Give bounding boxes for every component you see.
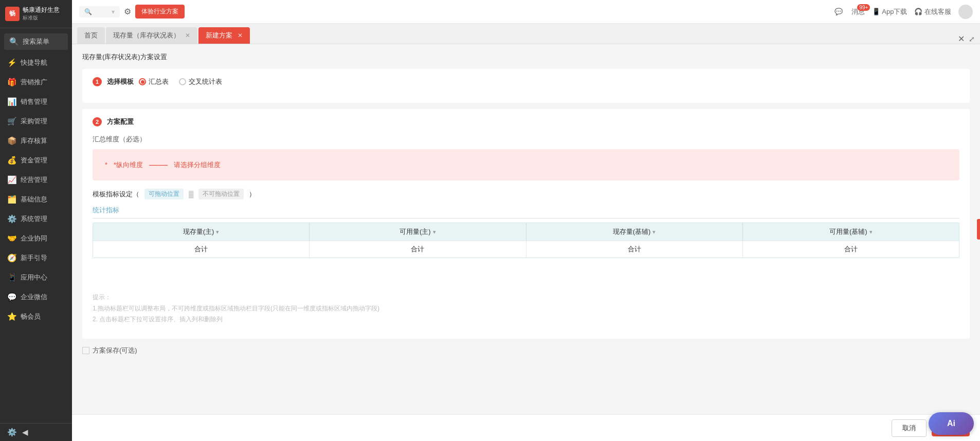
radio-cross-circle <box>179 78 186 85</box>
sidebar-item-label: 企业协同 <box>21 234 47 243</box>
sidebar-item-newuser[interactable]: 🧭 新手引导 <box>0 248 72 268</box>
sidebar-item-shortcut[interactable]: ⚡ 快捷导航 <box>0 53 72 72</box>
required-dimension-label: 汇总维度（必选） <box>93 135 959 144</box>
sidebar-item-company[interactable]: 🤝 企业协同 <box>0 229 72 248</box>
tab-close-btn[interactable]: ✕ <box>958 34 965 44</box>
statistics-label: 统计指标 <box>93 206 959 218</box>
cancel-button[interactable]: 取消 <box>892 419 927 437</box>
ai-bubble[interactable]: Ai <box>929 412 974 435</box>
avatar[interactable] <box>958 5 973 19</box>
td-col2: 合计 <box>310 241 526 258</box>
wechat-icon: 💬 <box>7 292 16 302</box>
tip-item-1: 1.拖动标题栏可以调整布局，不可跨维度或指标区域拖动栏目字段(只能在同一维度或指… <box>93 303 959 315</box>
sidebar-item-search[interactable]: 🔍 搜索菜单 <box>4 33 68 50</box>
chevron-col3[interactable]: ▾ <box>652 229 656 235</box>
chevron-down-icon: ▾ <box>112 8 115 15</box>
save-checkbox[interactable] <box>82 347 89 354</box>
sales-icon: 📊 <box>7 97 16 106</box>
step1-section: 1 选择模板 汇总表 交叉统计表 <box>82 69 970 103</box>
step2-header: 2 方案配置 <box>93 117 959 126</box>
online-service-btn[interactable]: 🎧 在线客服 <box>914 7 951 16</box>
radio-cross[interactable]: 交叉统计表 <box>179 77 222 86</box>
ai-label: Ai <box>947 419 955 428</box>
sidebar-item-label: 销售管理 <box>21 97 47 106</box>
finance-icon: 💰 <box>7 156 16 165</box>
td-col1: 合计 <box>93 241 310 258</box>
radio-summary-label: 汇总表 <box>149 77 169 86</box>
save-option-row[interactable]: 方案保存(可选) <box>82 346 970 355</box>
step1-header: 1 选择模板 汇总表 交叉统计表 <box>93 77 959 86</box>
settings-icon[interactable]: ⚙️ <box>7 428 17 437</box>
sidebar-item-inventory[interactable]: 📦 库存核算 <box>0 131 72 151</box>
sidebar-item-marketing[interactable]: 🎁 营销推广 <box>0 72 72 92</box>
sidebar-item-finance[interactable]: 💰 资金管理 <box>0 151 72 170</box>
sidebar-nav: 🔍 搜索菜单 ⚡ 快捷导航 🎁 营销推广 📊 销售管理 🛒 采购管理 📦 库存核… <box>0 28 72 423</box>
industry-btn[interactable]: 体验行业方案 <box>135 5 185 19</box>
appcenter-icon: 📱 <box>7 273 16 282</box>
save-option-label: 方案保存(可选) <box>93 346 137 355</box>
tab-new-plan-close[interactable]: ✕ <box>238 32 243 39</box>
radio-cross-label: 交叉统计表 <box>189 77 222 86</box>
collapse-icon[interactable]: ◀ <box>22 428 28 437</box>
chevron-col2[interactable]: ▾ <box>433 229 436 235</box>
tab-expand-btn[interactable]: ⤢ <box>969 35 975 43</box>
sidebar-item-appcenter[interactable]: 📱 应用中心 <box>0 268 72 287</box>
tab-home[interactable]: 首页 <box>77 27 105 44</box>
chevron-col4[interactable]: ▾ <box>869 229 873 235</box>
headset-icon: 🎧 <box>914 8 922 15</box>
topbar-search[interactable]: 🔍 ▾ <box>79 6 120 17</box>
th-col3[interactable]: 现存量(基辅) ▾ <box>527 223 743 241</box>
table-row: 合计 合计 合计 合计 <box>93 241 959 258</box>
indicator-setting-prefix: 模板指标设定（ <box>93 190 139 199</box>
step2-badge: 2 <box>93 117 102 126</box>
sidebar-item-label: 资金管理 <box>21 156 47 165</box>
topbar-right: 💬 99+ 消息 📱 App下载 🎧 在线客服 <box>834 5 973 19</box>
content-area: 现存量(库存状况表)方案设置 1 选择模板 汇总表 交叉统计表 <box>72 44 980 414</box>
th-col2[interactable]: 可用量(主) ▾ <box>310 223 526 241</box>
logo-icon: 畅 <box>5 7 20 21</box>
gear-icon[interactable]: ⚙ <box>124 7 131 16</box>
messages-count: 99+ <box>857 4 870 11</box>
right-edge-indicator <box>977 219 980 240</box>
dimension-required-star: * <box>105 161 107 169</box>
sidebar-item-label: 应用中心 <box>21 273 47 282</box>
inventory-icon: 📦 <box>7 136 16 145</box>
sidebar-item-sales[interactable]: 📊 销售管理 <box>0 92 72 112</box>
dimension-label: *纵向维度 <box>114 160 143 170</box>
sidebar-item-purchase[interactable]: 🛒 采购管理 <box>0 112 72 131</box>
purchase-icon: 🛒 <box>7 117 16 126</box>
member-icon: ⭐ <box>7 312 16 321</box>
th-col1[interactable]: 现存量(主) ▾ <box>93 223 310 241</box>
dimension-row[interactable]: * *纵向维度 —— 请选择分组维度 <box>93 149 959 180</box>
search-icon: 🔍 <box>9 37 19 46</box>
sidebar-item-member[interactable]: ⭐ 畅会员 <box>0 307 72 326</box>
sidebar: 畅 畅康通好生意 标准版 🔍 搜索菜单 ⚡ 快捷导航 🎁 营销推广 📊 销售管理… <box>0 0 72 441</box>
newuser-icon: 🧭 <box>7 253 16 263</box>
app-version: 标准版 <box>23 14 60 22</box>
draggable-tag: 可拖动位置 <box>144 189 184 199</box>
table-header: 现存量(主) ▾ 可用量(主) ▾ 现存量(基辅) ▾ 可用量(基辅) ▾ <box>93 223 959 241</box>
td-col3: 合计 <box>527 241 743 258</box>
sidebar-item-system[interactable]: ⚙️ 系统管理 <box>0 209 72 229</box>
topbar: 🔍 ▾ ⚙ 体验行业方案 💬 99+ 消息 📱 App下载 🎧 在线客服 <box>72 0 980 24</box>
sidebar-item-label: 库存核算 <box>21 136 47 145</box>
system-icon: ⚙️ <box>7 214 16 224</box>
shortcut-icon: ⚡ <box>7 58 16 67</box>
sidebar-item-operations[interactable]: 📈 经营管理 <box>0 170 72 190</box>
app-download-btn[interactable]: 📱 App下载 <box>872 7 907 16</box>
sidebar-item-wechat[interactable]: 💬 企业微信 <box>0 287 72 307</box>
main-area: 🔍 ▾ ⚙ 体验行业方案 💬 99+ 消息 📱 App下载 🎧 在线客服 <box>72 0 980 441</box>
th-col4[interactable]: 可用量(基辅) ▾ <box>743 223 959 241</box>
sidebar-item-label: 系统管理 <box>21 214 47 224</box>
messages-badge-wrapper[interactable]: 💬 99+ 消息 <box>834 7 865 16</box>
chevron-col1[interactable]: ▾ <box>216 229 219 235</box>
step2-title: 方案配置 <box>107 117 134 126</box>
td-col4: 合计 <box>743 241 959 258</box>
tab-new-plan[interactable]: 新建方案 ✕ <box>198 27 250 44</box>
tab-inventory[interactable]: 现存量（库存状况表） ✕ <box>106 27 197 44</box>
tab-inventory-close[interactable]: ✕ <box>185 32 190 39</box>
sidebar-item-basic[interactable]: 🗂️ 基础信息 <box>0 190 72 209</box>
template-radio-group: 汇总表 交叉统计表 <box>139 77 222 86</box>
sidebar-item-label: 基础信息 <box>21 195 47 204</box>
radio-summary[interactable]: 汇总表 <box>139 77 169 86</box>
